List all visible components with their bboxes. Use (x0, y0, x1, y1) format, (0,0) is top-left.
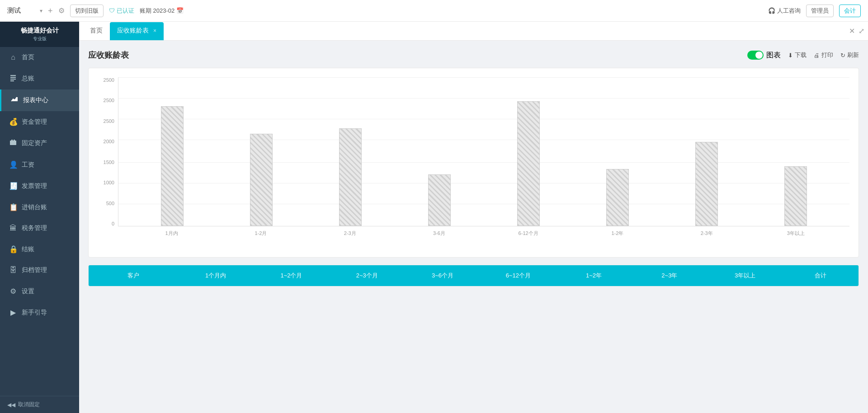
header-2-3month: 2~3个月 (329, 265, 405, 286)
main-layout: 畅捷通好会计 专业版 ⌂ 首页 总账 报表中心 💰 资 (0, 22, 868, 413)
header-1-2month: 1~2个月 (254, 265, 329, 286)
ledger-icon (9, 74, 17, 83)
sidebar-item-assets[interactable]: 固定资产 (0, 132, 79, 154)
tab-bar-right: ✕ ⤢ (849, 27, 864, 35)
tab-home[interactable]: 首页 (83, 22, 110, 40)
sidebar-item-label: 税务管理 (22, 224, 47, 232)
sidebar-item-home[interactable]: ⌂ 首页 (0, 47, 79, 68)
sidebar-item-reports[interactable]: 报表中心 (0, 89, 79, 111)
bar-group-6-12month (517, 101, 540, 226)
sidebar-item-label: 固定资产 (22, 139, 47, 147)
assets-icon (9, 139, 17, 148)
refresh-button[interactable]: ↻ 刷新 (840, 51, 859, 59)
page-title: 应收账龄表 (88, 50, 129, 61)
sidebar-logo: 畅捷通好会计 专业版 (0, 22, 79, 47)
sidebar-item-salary[interactable]: 👤 工资 (0, 154, 79, 175)
x-label-2-3year: 2-3年 (693, 230, 720, 237)
x-labels: 1月内 1-2月 2-3月 3-6月 6-12个月 1-2年 2-3年 3年以上 (118, 226, 849, 240)
bar-3plus-year (784, 166, 807, 226)
svg-marker-4 (11, 97, 18, 101)
y-label-2500a: 2500 (104, 77, 114, 83)
sidebar-item-closing[interactable]: 🔒 结账 (0, 239, 79, 260)
add-workspace-button[interactable]: + (48, 7, 53, 15)
sidebar-item-label: 结账 (22, 245, 34, 253)
svg-rect-0 (10, 75, 16, 76)
certified-badge: 🛡 已认证 (109, 7, 134, 15)
x-label-3-6month: 3-6月 (425, 230, 453, 237)
sidebar-pin-button[interactable]: ◀◀ 取消固定 (0, 396, 79, 413)
tab-close-icon[interactable]: × (153, 28, 156, 34)
download-button[interactable]: ⬇ 下载 (788, 51, 807, 59)
chart-body: 1月内 1-2月 2-3月 3-6月 6-12个月 1-2年 2-3年 3年以上 (118, 77, 849, 240)
bar-group-2-3month (339, 128, 362, 226)
y-axis: 2500 2500 2500 2000 1500 1000 500 0 (98, 77, 118, 240)
settings-icon: ⚙ (9, 287, 17, 296)
sidebar-item-label: 新手引导 (22, 309, 47, 317)
workspace-dropdown-icon[interactable]: ▾ (40, 8, 42, 14)
y-label-2500b: 2500 (104, 98, 114, 103)
sidebar-item-label: 首页 (22, 53, 34, 61)
bar-group-3-6month (428, 174, 451, 226)
accountant-button[interactable]: 会计 (839, 5, 861, 17)
y-label-2500c: 2500 (104, 118, 114, 124)
top-bar-right: 🎧 人工咨询 管理员 会计 (768, 5, 861, 17)
sidebar-item-label: 报表中心 (23, 96, 48, 104)
logo-sub: 专业版 (33, 36, 47, 42)
expand-window-icon[interactable]: ⤢ (859, 27, 864, 35)
sidebar-item-invoice[interactable]: 🧾 发票管理 (0, 175, 79, 197)
funds-icon: 💰 (9, 117, 17, 126)
closing-icon: 🔒 (9, 245, 17, 253)
download-icon: ⬇ (788, 52, 793, 59)
bar-chart: 2500 2500 2500 2000 1500 1000 500 0 (98, 77, 849, 240)
tab-aging-report[interactable]: 应收账龄表 × (110, 22, 164, 40)
gear-icon[interactable]: ⚙ (58, 6, 65, 15)
sidebar-item-archive[interactable]: 🗄 归档管理 (0, 260, 79, 281)
sidebar-item-ledger[interactable]: 总账 (0, 68, 79, 89)
sidebar: 畅捷通好会计 专业版 ⌂ 首页 总账 报表中心 💰 资 (0, 22, 79, 413)
bars-row (118, 77, 849, 226)
sidebar-item-inventory[interactable]: 📋 进销台账 (0, 197, 79, 218)
x-label-2-3month: 2-3月 (336, 230, 363, 237)
print-button[interactable]: 🖨 打印 (814, 51, 833, 59)
shield-icon: 🛡 (109, 7, 115, 14)
switch-old-button[interactable]: 切到旧版 (70, 5, 104, 17)
y-label-2000: 2000 (104, 139, 114, 144)
content-area: 首页 应收账龄表 × ✕ ⤢ 应收账龄表 图表 (79, 22, 868, 413)
bar-3-6month (428, 174, 451, 226)
svg-rect-6 (11, 140, 13, 141)
close-window-icon[interactable]: ✕ (849, 27, 855, 35)
bar-6-12month (517, 101, 540, 226)
header-3-6month: 3~6个月 (405, 265, 480, 286)
sidebar-item-settings[interactable]: ⚙ 设置 (0, 281, 79, 302)
bar-2-3year (695, 142, 718, 226)
sidebar-scroll: ⌂ 首页 总账 报表中心 💰 资金管理 (0, 47, 79, 396)
sidebar-item-label: 资金管理 (22, 118, 47, 126)
tab-bar: 首页 应收账龄表 × ✕ ⤢ (79, 22, 868, 41)
home-icon: ⌂ (9, 53, 17, 61)
page-header: 应收账龄表 图表 ⬇ 下载 🖨 打印 (88, 50, 859, 61)
sidebar-item-label: 进销台账 (22, 203, 47, 211)
header-1month: 1个月内 (178, 265, 254, 286)
certified-label: 已认证 (117, 7, 134, 15)
guide-icon: ▶ (9, 308, 17, 317)
reports-icon (10, 96, 19, 105)
toggle-track[interactable] (747, 51, 764, 60)
admin-button[interactable]: 管理员 (806, 5, 834, 17)
y-label-1500: 1500 (104, 160, 114, 165)
sidebar-item-tax[interactable]: 🏛 税务管理 (0, 218, 79, 239)
x-label-3plus-year: 3年以上 (782, 230, 809, 237)
bar-1month (161, 106, 184, 226)
consult-button[interactable]: 🎧 人工咨询 (768, 7, 801, 15)
sidebar-item-guide[interactable]: ▶ 新手引导 (0, 302, 79, 323)
workspace-title: 测试 (7, 6, 34, 15)
chart-toggle[interactable]: 图表 (747, 51, 781, 60)
y-label-1000: 1000 (104, 180, 114, 185)
header-2-3year: 2~3年 (632, 265, 707, 286)
calendar-icon[interactable]: 📅 (176, 7, 184, 14)
bar-group-1month (161, 106, 184, 226)
svg-rect-7 (14, 140, 15, 141)
sidebar-item-funds[interactable]: 💰 资金管理 (0, 111, 79, 132)
sidebar-item-label: 设置 (22, 287, 34, 296)
pin-icon: ◀◀ (7, 402, 15, 408)
x-label-1month: 1月内 (158, 230, 185, 237)
